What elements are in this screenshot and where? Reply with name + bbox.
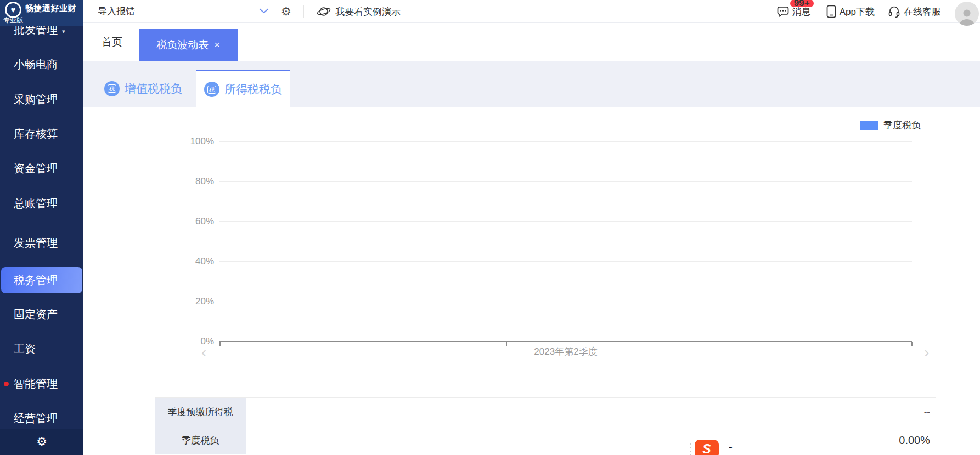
sidebar-item-label: 工资 (14, 343, 36, 355)
sidebar-item-business-management[interactable]: 经营管理 (0, 405, 83, 431)
tax-badge-icon: 税 (104, 81, 120, 96)
row-label: 季度预缴所得税 (155, 398, 246, 426)
sidebar-item-tax-management[interactable]: 税务管理 (1, 267, 82, 293)
online-service-label: 在线客服 (904, 5, 941, 18)
sidebar-item-payroll[interactable]: 工资 (0, 335, 83, 362)
subtab-label: 所得税税负 (224, 82, 282, 97)
message-icon (777, 5, 789, 18)
sidebar-item-general-ledger[interactable]: 总账管理 (0, 190, 83, 217)
caret-down-icon: ▾ (62, 28, 65, 35)
y-axis-tick: 0% (181, 336, 214, 347)
chart-legend[interactable]: 季度税负 (860, 119, 921, 132)
subtab-income-tax-burden[interactable]: 税 所得税税负 (196, 70, 290, 107)
person-icon (958, 7, 976, 26)
sidebar-item-label: 税务管理 (14, 274, 58, 286)
tax-badge-icon: 税 (204, 82, 219, 97)
sidebar-item-funds[interactable]: 资金管理 (0, 155, 83, 181)
subtab-bar: 税 增值税税负 税 所得税税负 (83, 61, 980, 107)
sidebar-item-label: 总账管理 (14, 197, 58, 209)
sidebar-item-label: 固定资产 (14, 308, 58, 320)
x-axis-tick (219, 342, 221, 346)
chevron-down-icon (259, 8, 269, 14)
y-axis-tick: 80% (181, 176, 214, 187)
summary-table: 季度预缴所得税 -- 季度税负 0.00% (155, 397, 936, 454)
online-service-button[interactable]: 在线客服 (888, 0, 941, 23)
app-download-label: App下载 (840, 5, 875, 18)
y-axis-tick: 40% (181, 256, 214, 267)
avatar[interactable] (955, 2, 979, 26)
sidebar-item-label: 发票管理 (14, 237, 58, 249)
x-axis-line (219, 341, 912, 342)
chart-next-arrow-icon[interactable]: › (924, 345, 929, 360)
sidebar-item-inventory[interactable]: 库存核算 (0, 121, 83, 147)
demo-link-label: 我要看实例演示 (335, 5, 401, 18)
sidebar-footer: ⚙ (0, 429, 83, 455)
sidebar-item-invoice[interactable]: 发票管理 (0, 230, 83, 256)
brand-header: ♥ 畅捷通好业财 专业版 (0, 0, 83, 26)
edition-label: 专业版 (3, 16, 23, 25)
subtab-label: 增值税税负 (125, 81, 182, 96)
brand-name: 畅捷通好业财 (25, 3, 76, 14)
y-axis-tick: 20% (181, 296, 214, 307)
sidebar-item-fixed-assets[interactable]: 固定资产 (0, 301, 83, 327)
header-gear-icon[interactable]: ⚙ (281, 0, 291, 23)
sidebar-item-purchase[interactable]: 采购管理 (0, 86, 83, 112)
y-axis-tick: 60% (181, 216, 214, 227)
gridline (219, 181, 912, 182)
x-axis-tick (911, 342, 913, 346)
sidebar-item-label: 智能管理 (14, 378, 58, 390)
demo-link[interactable]: 我要看实例演示 (317, 0, 401, 23)
headset-icon (888, 5, 900, 18)
row-value: -- (246, 398, 936, 426)
row-value: 0.00% (246, 426, 936, 454)
page-tab-bar: 首页 税负波动表 × (83, 23, 980, 61)
gridline (219, 261, 912, 262)
close-icon[interactable]: × (214, 40, 220, 50)
sidebar: 批发管理▾ 小畅电商 采购管理 库存核算 资金管理 总账管理 发票管理 税务管理… (0, 0, 83, 455)
phone-icon (826, 5, 836, 18)
widget-dash: - (729, 441, 733, 453)
gridline (219, 141, 912, 142)
y-axis-tick: 100% (181, 136, 214, 147)
sidebar-item-label: 小畅电商 (14, 58, 58, 70)
subtab-vat-tax-burden[interactable]: 税 增值税税负 (96, 70, 190, 107)
sidebar-settings-gear-icon[interactable]: ⚙ (36, 436, 47, 448)
gridline (219, 221, 912, 222)
sidebar-item-ecommerce[interactable]: 小畅电商 (0, 51, 83, 77)
messages-button[interactable]: 消息 99+ (777, 0, 811, 23)
tab-tax-fluctuation[interactable]: 税负波动表 × (139, 29, 238, 61)
chart-prev-arrow-icon[interactable]: ‹ (201, 345, 206, 360)
x-axis-category-label: 2023年第2季度 (429, 345, 703, 358)
legend-label: 季度税负 (883, 119, 921, 132)
legend-swatch (860, 121, 878, 130)
sidebar-item-label: 库存核算 (14, 128, 58, 140)
table-row: 季度预缴所得税 -- (155, 397, 936, 426)
top-bar: 导入报错 ⚙ 我要看实例演示 (83, 0, 980, 23)
messages-badge: 99+ (790, 0, 814, 7)
planet-icon (317, 5, 331, 18)
row-label: 季度税负 (155, 426, 246, 454)
table-row: 季度税负 0.00% (155, 426, 936, 454)
sidebar-item-label: 采购管理 (14, 93, 58, 105)
divider (947, 5, 947, 18)
sidebar-item-label: 资金管理 (14, 162, 58, 174)
gridline (219, 302, 912, 302)
drag-handle-icon[interactable] (690, 443, 691, 455)
import-error-select-value: 导入报错 (98, 5, 259, 18)
sidebar-item-smart-management[interactable]: 智能管理 (0, 371, 83, 397)
tab-label: 税负波动表 (156, 38, 209, 52)
sidebar-item-label: 经营管理 (14, 412, 58, 424)
notification-dot (4, 382, 9, 386)
import-error-select[interactable]: 导入报错 (91, 0, 269, 22)
app-download-button[interactable]: App下载 (826, 0, 875, 23)
tab-home[interactable]: 首页 (102, 23, 122, 61)
divider (303, 5, 304, 18)
chart-panel: 季度税负 100% 80% 60% 40% 20% 0% 2023年第2季度 ‹… (83, 107, 980, 455)
service-logo-icon[interactable]: S (695, 440, 719, 455)
floating-service-widget[interactable]: S - (690, 440, 733, 455)
app-window: 批发管理▾ 小畅电商 采购管理 库存核算 资金管理 总账管理 发票管理 税务管理… (0, 0, 980, 455)
